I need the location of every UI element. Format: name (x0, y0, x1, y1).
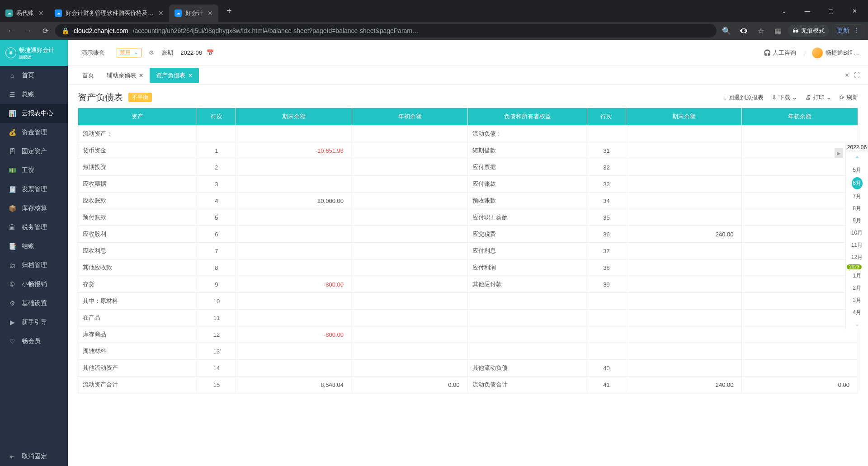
window-maximize-button[interactable]: ▢ (821, 4, 841, 18)
chevron-down-icon[interactable]: ⌄ (774, 4, 794, 18)
cell-begin-a (352, 276, 468, 293)
cell-row-a: 1 (197, 142, 236, 159)
funds-icon: 💰 (8, 128, 16, 137)
browser-tab[interactable]: ☁ 好会计财务管理软件购买价格及… ✕ (49, 5, 169, 22)
table-row[interactable]: 其他流动资产14其他流动负债40 (78, 360, 858, 377)
table-row[interactable]: 预付账款5应付职工薪酬35 (78, 209, 858, 226)
sidebar-item-home[interactable]: ⌂ 首页 (0, 66, 68, 85)
month-item[interactable]: 3月 (846, 294, 868, 306)
table-row[interactable]: 应收股利6应交税费36240.00 (78, 226, 858, 243)
usage-badge[interactable]: 禁用 ⌄ (117, 48, 142, 57)
table-row[interactable]: 其他应收款8应付利润38 (78, 259, 858, 276)
avatar[interactable] (812, 47, 823, 58)
month-rail: 2022.06 ⌃ 5月6月7月8月9月10月11月12月 2023 1月2月3… (845, 141, 868, 329)
close-all-tabs-icon[interactable]: ✕ (844, 72, 849, 79)
period-value[interactable]: 2022-06 📅 (180, 49, 213, 56)
cell-end-a (236, 126, 352, 142)
page-tab[interactable]: 首页 (76, 68, 100, 83)
member-icon: ♡ (8, 337, 16, 345)
month-item[interactable]: 5月 (846, 164, 868, 176)
cell-row-l: 41 (587, 377, 626, 393)
forward-button[interactable]: → (21, 24, 35, 38)
month-item[interactable]: 4月 (846, 306, 868, 319)
sidebar-item-guide[interactable]: ▶ 新手引导 (0, 313, 68, 332)
browser-tab[interactable]: ☁ 好会计 ✕ (169, 5, 218, 22)
page-tab[interactable]: 资产负债表✕ (150, 68, 199, 83)
username[interactable]: 畅捷通B组… (826, 49, 859, 57)
table-row[interactable]: 货币资金1-10,651.96短期借款31 (78, 142, 858, 159)
cell-row-l: 31 (587, 142, 626, 159)
sidebar-item-salary[interactable]: 💵 工资 (0, 161, 68, 180)
page-header: 资产负债表 不平衡 ↓ 回退到原报表 ⇩ 下载 ⌄ 🖨 打印 ⌄ (68, 85, 868, 108)
app-logo[interactable]: ¥ 畅捷通好会计 旗舰版 (0, 40, 68, 66)
sidebar-item-settings[interactable]: ⚙ 基础设置 (0, 294, 68, 313)
settings-icon[interactable]: ⚙ (149, 49, 154, 56)
table-row[interactable]: 短期投资2应付票据32 (78, 159, 858, 176)
year-label[interactable]: 2022.06 (846, 141, 868, 153)
sidebar-item-inventory[interactable]: 📦 库存核算 (0, 199, 68, 218)
address-bar[interactable]: 🔒 cloud2.chanjet.com /accounting/uh26t26… (55, 24, 717, 38)
browser-tab[interactable]: ☁ 易代账 ✕ (0, 5, 49, 22)
month-item[interactable]: 9月 (846, 215, 868, 227)
eye-off-icon[interactable]: 👁‍🗨 (736, 24, 751, 38)
close-icon[interactable]: ✕ (139, 72, 143, 79)
extension-icon[interactable]: ▦ (771, 24, 785, 38)
revert-button[interactable]: ↓ 回退到原报表 (724, 94, 764, 102)
update-button[interactable]: 更新 ⋮ (832, 24, 864, 37)
table-row[interactable]: 应收账款420,000.00预收账款34 (78, 193, 858, 209)
close-icon[interactable]: ✕ (158, 9, 164, 17)
table-row[interactable]: 周转材料13 (78, 343, 858, 360)
scroll-up-button[interactable]: ⌃ (846, 153, 868, 164)
sidebar-item-report[interactable]: 📊 云报表中心 (0, 104, 68, 123)
print-button[interactable]: 🖨 打印 ⌄ (805, 94, 831, 102)
cell-row-a: 3 (197, 176, 236, 193)
table-row[interactable]: 应收利息7应付利息37 (78, 243, 858, 259)
zoom-icon[interactable]: 🔍 (719, 24, 734, 38)
new-tab-button[interactable]: + (223, 4, 236, 18)
download-button[interactable]: ⇩ 下载 ⌄ (772, 94, 797, 102)
month-item[interactable]: 11月 (846, 239, 868, 251)
sidebar-item-member[interactable]: ♡ 畅会员 (0, 332, 68, 351)
page-tab[interactable]: 辅助余额表✕ (100, 68, 150, 83)
table-row[interactable]: 其中：原材料10 (78, 293, 858, 310)
table-row[interactable]: 应收票据3应付账款33 (78, 176, 858, 193)
close-icon[interactable]: ✕ (188, 72, 193, 79)
human-support-link[interactable]: 🎧 人工咨询 (764, 49, 796, 57)
window-close-button[interactable]: ✕ (844, 4, 864, 18)
month-item[interactable]: 10月 (846, 227, 868, 239)
close-icon[interactable]: ✕ (208, 9, 213, 17)
table-row[interactable]: 在产品11 (78, 310, 858, 326)
table-scroll-region[interactable]: 资产 行次 期末余额 年初余额 负债和所有者权益 行次 期末余额 年初余额 流动… (68, 108, 868, 466)
sidebar-item-funds[interactable]: 💰 资金管理 (0, 123, 68, 142)
bookmark-icon[interactable]: ☆ (754, 24, 768, 38)
month-item[interactable]: 7月 (846, 190, 868, 202)
month-item[interactable]: 8月 (846, 202, 868, 215)
sidebar-item-invoice[interactable]: 🧾 发票管理 (0, 180, 68, 199)
fullscreen-icon[interactable]: ⛶ (854, 72, 860, 79)
table-row[interactable]: 流动资产：流动负债： (78, 126, 858, 142)
sidebar-item-asset[interactable]: 🗄 固定资产 (0, 142, 68, 161)
back-button[interactable]: ← (4, 24, 18, 38)
table-row[interactable]: 存货9-800.00其他应付款39 (78, 276, 858, 293)
sidebar-item-tax[interactable]: 🏛 税务管理 (0, 218, 68, 237)
sidebar-item-archive[interactable]: 🗂 归档管理 (0, 256, 68, 275)
month-item[interactable]: 2月 (846, 282, 868, 294)
window-minimize-button[interactable]: — (797, 4, 817, 18)
pin-toggle[interactable]: ⇤ 取消固定 (0, 447, 68, 466)
tab-title: 好会计财务管理软件购买价格及… (66, 9, 154, 17)
sidebar-item-reimburse[interactable]: © 小畅报销 (0, 275, 68, 294)
sidebar-item-ledger[interactable]: ☰ 总账 (0, 85, 68, 104)
table-row[interactable]: 库存商品12-800.00 (78, 326, 858, 343)
scroll-down-button[interactable]: ⌄ (846, 319, 868, 329)
cell-asset: 货币资金 (78, 142, 197, 159)
table-scroll-right-button[interactable]: ▶ (835, 148, 843, 158)
reload-button[interactable]: ⟳ (38, 24, 52, 38)
refresh-button[interactable]: ⟳ 刷新 (840, 94, 858, 102)
table-row[interactable]: 流动资产合计158,548.040.00流动负债合计41240.000.00 (78, 377, 858, 393)
month-item[interactable]: 6月 (852, 177, 863, 189)
close-icon[interactable]: ✕ (38, 9, 44, 17)
sidebar-item-close[interactable]: 📑 结账 (0, 237, 68, 256)
month-item[interactable]: 12月 (846, 251, 868, 264)
account-selector[interactable]: 演示账套 (77, 47, 109, 59)
month-item[interactable]: 1月 (846, 270, 868, 282)
